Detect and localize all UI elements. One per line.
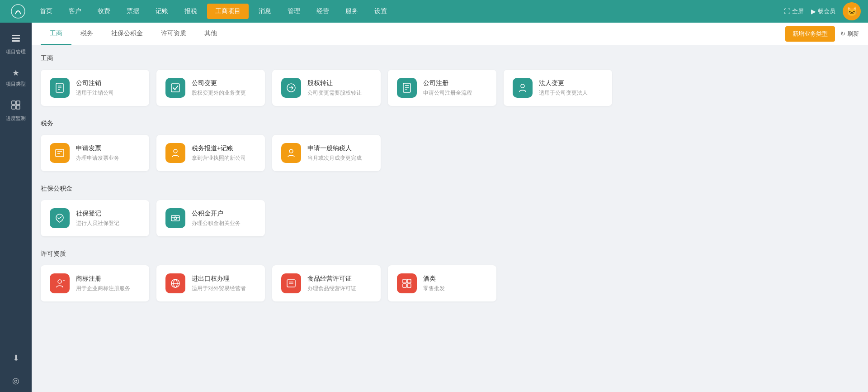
card-desc-equity-transfer: 公司变更需要股权转让 xyxy=(307,89,362,97)
svg-point-18 xyxy=(521,84,524,88)
nav-customer[interactable]: 客户 xyxy=(61,0,90,23)
nav-message[interactable]: 消息 xyxy=(250,0,279,23)
card-title-general-taxpayer: 申请一般纳税人 xyxy=(307,144,362,153)
nav-manage[interactable]: 管理 xyxy=(279,0,308,23)
card-icon-company-cancel xyxy=(50,78,70,98)
card-social-insurance[interactable]: 社保登记 进行人员社保登记 xyxy=(41,200,149,236)
shuiwu-cards: 申请发票 办理申请发票业务 税务报道+记账 xyxy=(41,135,859,171)
card-icon-tax-accounting xyxy=(165,143,185,163)
sidebar-label-project-manage: 项目管理 xyxy=(6,48,26,55)
card-text-food-license: 食品经营许可证 办理食品经营许可证 xyxy=(307,275,356,292)
card-legal-change[interactable]: 法人变更 适用于公司变更法人 xyxy=(504,70,612,106)
nav-right: ⛶ 全屏 ▶ 畅会员 🐱 xyxy=(784,2,868,20)
sidebar-item-location[interactable]: ◎ xyxy=(0,369,32,392)
section-shebao-title: 社保公积金 xyxy=(41,185,859,193)
avatar[interactable]: 🐱 xyxy=(843,2,861,20)
card-desc-general-taxpayer: 当月或次月成变更完成 xyxy=(307,154,362,162)
tab-shebao[interactable]: 社保公积金 xyxy=(102,23,152,45)
card-icon-import-export xyxy=(165,273,185,293)
card-desc-company-register: 申请公司注册全流程 xyxy=(423,89,472,97)
tab-shuiwu[interactable]: 税务 xyxy=(71,23,102,45)
fullscreen-icon: ⛶ xyxy=(784,8,790,15)
section-shuiwu-title: 税务 xyxy=(41,120,859,128)
nav-bill[interactable]: 票据 xyxy=(118,0,147,23)
nav-fee[interactable]: 收费 xyxy=(90,0,118,23)
nav-bizproject[interactable]: 工商项目 xyxy=(207,4,249,19)
card-desc-apply-invoice: 办理申请发票业务 xyxy=(76,154,119,162)
tab-xuke[interactable]: 许可资质 xyxy=(152,23,195,45)
card-company-change[interactable]: 公司变更 股权变更外的业务变更 xyxy=(156,70,265,106)
card-apply-invoice[interactable]: 申请发票 办理申请发票业务 xyxy=(41,135,149,171)
card-text-company-change: 公司变更 股权变更外的业务变更 xyxy=(192,79,246,97)
left-sidebar: 项目管理 ★ 项目类型 进度监测 ⬇ ◎ xyxy=(0,23,32,392)
svg-rect-38 xyxy=(407,284,411,287)
card-title-tax-accounting: 税务报道+记账 xyxy=(192,144,246,153)
add-type-button[interactable]: 新增业务类型 xyxy=(785,26,835,42)
nav-accounting[interactable]: 记账 xyxy=(147,0,176,23)
card-text-tax-accounting: 税务报道+记账 拿到营业执照的新公司 xyxy=(192,144,246,162)
logo xyxy=(5,4,32,19)
tab-other[interactable]: 其他 xyxy=(195,23,226,45)
svg-point-22 xyxy=(174,149,177,153)
sidebar-item-project-type[interactable]: ★ 项目类型 xyxy=(0,62,32,94)
scroll-content[interactable]: 工商 公司注销 适用于注销公 xyxy=(32,45,868,392)
nav-tax[interactable]: 报税 xyxy=(176,0,205,23)
card-desc-company-cancel: 适用于注销公司 xyxy=(76,89,114,97)
card-icon-general-taxpayer xyxy=(281,143,301,163)
card-company-register[interactable]: 公司注册 申请公司注册全流程 xyxy=(388,70,496,106)
tab-list: 工商 税务 社保公积金 许可资质 其他 xyxy=(41,23,226,45)
nav-settings[interactable]: 设置 xyxy=(366,0,395,23)
card-icon-liquor xyxy=(397,273,417,293)
card-provident-fund[interactable]: 公积金开户 办理公积金相关业务 xyxy=(156,200,265,236)
nav-home[interactable]: 首页 xyxy=(32,0,61,23)
card-icon-provident-fund xyxy=(165,208,185,228)
card-tax-accounting[interactable]: 税务报道+记账 拿到营业执照的新公司 xyxy=(156,135,265,171)
card-text-company-register: 公司注册 申请公司注册全流程 xyxy=(423,79,472,97)
card-icon-trademark xyxy=(50,273,70,293)
content-area: 工商 税务 社保公积金 许可资质 其他 新增业务类型 ↻ 刷新 工商 xyxy=(32,23,868,392)
project-manage-icon xyxy=(11,33,21,46)
svg-point-23 xyxy=(289,149,293,153)
card-general-taxpayer[interactable]: 申请一般纳税人 当月或次月成变更完成 xyxy=(272,135,381,171)
card-icon-equity-transfer xyxy=(281,78,301,98)
section-gongshang-title: 工商 xyxy=(41,54,859,62)
card-title-trademark: 商标注册 xyxy=(76,275,130,283)
card-trademark[interactable]: 商标注册 用于企业商标注册服务 xyxy=(41,265,149,301)
nav-operation[interactable]: 经营 xyxy=(308,0,337,23)
card-text-company-cancel: 公司注销 适用于注销公司 xyxy=(76,79,114,97)
card-food-license[interactable]: 食品经营许可证 办理食品经营许可证 xyxy=(272,265,381,301)
card-title-food-license: 食品经营许可证 xyxy=(307,275,356,283)
card-liquor[interactable]: 酒类 零售批发 xyxy=(388,265,496,301)
nav-service[interactable]: 服务 xyxy=(337,0,366,23)
tab-bar: 工商 税务 社保公积金 许可资质 其他 新增业务类型 ↻ 刷新 xyxy=(32,23,868,45)
svg-rect-5 xyxy=(16,101,20,105)
sidebar-item-project-manage[interactable]: 项目管理 xyxy=(0,27,32,62)
svg-rect-3 xyxy=(12,40,20,42)
svg-rect-6 xyxy=(12,105,15,109)
card-import-export[interactable]: 进出口权办理 适用于对外贸易经营者 xyxy=(156,265,265,301)
card-company-cancel[interactable]: 公司注销 适用于注销公司 xyxy=(41,70,149,106)
svg-rect-1 xyxy=(12,35,20,36)
card-text-social-insurance: 社保登记 进行人员社保登记 xyxy=(76,210,119,227)
card-title-company-change: 公司变更 xyxy=(192,79,246,87)
card-title-company-cancel: 公司注销 xyxy=(76,79,114,87)
section-shuiwu: 税务 申请发票 办理申请发票业务 xyxy=(41,120,859,171)
tab-gongshang[interactable]: 工商 xyxy=(41,23,71,45)
sidebar-label-progress: 进度监测 xyxy=(6,115,26,122)
svg-rect-24 xyxy=(171,215,179,221)
fullscreen-btn[interactable]: ⛶ 全屏 xyxy=(784,7,804,15)
svg-rect-19 xyxy=(56,149,64,157)
refresh-button[interactable]: ↻ 刷新 xyxy=(840,30,859,38)
card-text-provident-fund: 公积金开户 办理公积金相关业务 xyxy=(192,210,241,227)
card-text-apply-invoice: 申请发票 办理申请发票业务 xyxy=(76,144,119,162)
card-equity-transfer[interactable]: 股权转让 公司变更需要股权转让 xyxy=(272,70,381,106)
card-title-social-insurance: 社保登记 xyxy=(76,210,119,218)
vip-btn[interactable]: ▶ 畅会员 xyxy=(811,7,835,15)
card-text-legal-change: 法人变更 适用于公司变更法人 xyxy=(539,79,588,97)
card-icon-food-license xyxy=(281,273,301,293)
fullscreen-label: 全屏 xyxy=(792,7,804,15)
sidebar-item-download[interactable]: ⬇ xyxy=(0,347,32,369)
play-icon: ▶ xyxy=(811,8,816,15)
sidebar-item-progress[interactable]: 进度监测 xyxy=(0,94,32,128)
card-title-liquor: 酒类 xyxy=(423,275,445,283)
